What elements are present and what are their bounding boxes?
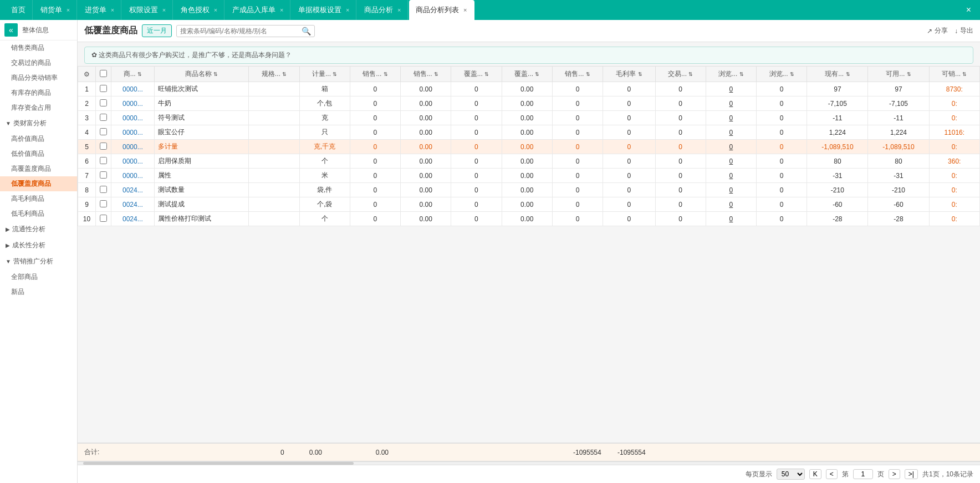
search-input[interactable] (180, 27, 302, 35)
nav-tab-home[interactable]: 首页 (4, 0, 33, 20)
row-select-checkbox[interactable] (100, 143, 107, 150)
sidebar-item-traded-goods[interactable]: 交易过的商品 (0, 55, 77, 70)
row-spec (249, 197, 299, 212)
col-sales-qty[interactable]: 销售... ⇅ (350, 67, 400, 82)
col-unit[interactable]: 计量... ⇅ (299, 67, 350, 82)
row-sales-amt: 0.00 (401, 183, 451, 197)
sidebar-item-category-rate[interactable]: 商品分类动销率 (0, 70, 77, 85)
row-checkbox[interactable] (96, 111, 111, 125)
prev-page-button[interactable]: < (826, 469, 838, 479)
row-checkbox[interactable] (96, 183, 111, 197)
nav-tab-permission[interactable]: 权限设置 × (122, 0, 173, 20)
row-sales3: 0 (552, 212, 603, 226)
row-select-checkbox[interactable] (100, 128, 107, 135)
col-settings[interactable]: ⚙ (78, 67, 96, 82)
sidebar-item-in-stock[interactable]: 有库存的商品 (0, 85, 77, 100)
sidebar-group-growth[interactable]: ▶ 成长性分析 (0, 237, 77, 253)
sidebar-item-all-goods[interactable]: 全部商品 (0, 270, 77, 284)
col-spec[interactable]: 规格... ⇅ (249, 67, 299, 82)
row-checkbox[interactable] (96, 169, 111, 183)
sidebar-item-new-goods[interactable]: 新品 (0, 284, 77, 299)
col-available[interactable]: 可用... ⇅ (868, 67, 929, 82)
row-checkbox[interactable] (96, 212, 111, 226)
col-current[interactable]: 现有... ⇅ (807, 67, 868, 82)
close-icon[interactable]: × (111, 7, 114, 13)
first-page-button[interactable]: K (809, 469, 821, 479)
row-unit: 个 (299, 212, 350, 226)
col-gross[interactable]: 毛利率 ⇅ (603, 67, 655, 82)
sidebar-item-high-value[interactable]: 高价值商品 (0, 131, 77, 146)
col-sellable[interactable]: 可销... ⇅ (929, 67, 979, 82)
sidebar-collapse-button[interactable]: « (4, 23, 18, 37)
last-page-button[interactable]: >| (905, 469, 918, 479)
page-number-input[interactable] (853, 469, 873, 479)
col-sales-amt[interactable]: 销售... ⇅ (401, 67, 451, 82)
row-spec (249, 111, 299, 125)
col-checkbox[interactable] (96, 67, 111, 82)
row-checkbox[interactable] (96, 82, 111, 96)
col-trade[interactable]: 交易... ⇅ (655, 67, 706, 82)
col-view1[interactable]: 浏览... ⇅ (706, 67, 756, 82)
table-container[interactable]: ⚙ 商... ⇅ 商品名称 ⇅ 规格... ⇅ 计量... ⇅ 销售... ⇅ … (78, 66, 980, 443)
next-page-button[interactable]: > (889, 469, 900, 479)
table-row: 10 0024... 属性价格打印测试 个 0 0.00 0 0.00 0 0 … (78, 212, 980, 226)
select-all-checkbox[interactable] (100, 70, 107, 77)
nav-tab-purchase[interactable]: 进货单 × (78, 0, 121, 20)
col-sales3[interactable]: 销售... ⇅ (552, 67, 603, 82)
close-icon[interactable]: × (397, 7, 401, 13)
close-all-button[interactable]: × (962, 5, 976, 15)
col-code[interactable]: 商... ⇅ (111, 67, 155, 82)
export-button[interactable]: ↓ 导出 (955, 26, 973, 35)
row-view1: 0 (706, 154, 756, 169)
sidebar-group-wealth[interactable]: ▼ 类财富分析 (0, 115, 77, 131)
nav-tab-product-inbound[interactable]: 产成品入库单 × (226, 0, 290, 20)
row-select-checkbox[interactable] (100, 186, 107, 193)
filter-recent-month-button[interactable]: 近一月 (142, 24, 172, 37)
row-select-checkbox[interactable] (100, 215, 107, 222)
row-name: 牛奶 (154, 96, 249, 111)
sidebar-item-capital[interactable]: 库存资金占用 (0, 100, 77, 115)
nav-tab-product-analysis[interactable]: 商品分析 × (358, 0, 408, 20)
close-icon[interactable]: × (162, 7, 166, 13)
close-icon[interactable]: × (280, 7, 283, 13)
close-icon[interactable]: × (67, 7, 70, 13)
search-icon[interactable]: 🔍 (302, 27, 311, 35)
row-select-checkbox[interactable] (100, 200, 107, 207)
nav-tab-template[interactable]: 单据模板设置 × (292, 0, 356, 20)
sidebar-item-low-margin[interactable]: 低毛利商品 (0, 206, 77, 221)
page-size-select[interactable]: 50 100 200 (777, 469, 805, 480)
row-select-checkbox[interactable] (100, 157, 107, 164)
sidebar-item-high-margin[interactable]: 高毛利商品 (0, 191, 77, 206)
row-select-checkbox[interactable] (100, 114, 107, 121)
col-cover1[interactable]: 覆盖... ⇅ (451, 67, 502, 82)
row-select-checkbox[interactable] (100, 171, 107, 179)
row-checkbox[interactable] (96, 125, 111, 140)
content-area: 低覆盖度商品 近一月 🔍 ↗ 分享 ↓ 导出 ✿ 这类商品只有很少客户购买过，是… (78, 20, 980, 483)
row-cover1: 0 (451, 140, 502, 154)
chevron-right-icon: ▶ (6, 242, 10, 248)
sidebar-group-liquidity[interactable]: ▶ 流通性分析 (0, 221, 77, 237)
close-icon[interactable]: × (346, 7, 349, 13)
nav-tab-product-analysis-list[interactable]: 商品分析列表 × (409, 0, 474, 20)
row-checkbox[interactable] (96, 140, 111, 154)
row-checkbox[interactable] (96, 96, 111, 111)
row-checkbox[interactable] (96, 154, 111, 169)
sidebar-item-low-coverage[interactable]: 低覆盖度商品 (0, 176, 77, 191)
close-icon[interactable]: × (214, 7, 217, 13)
row-checkbox[interactable] (96, 197, 111, 212)
col-view2[interactable]: 浏览... ⇅ (757, 67, 807, 82)
row-code: 0000... (111, 111, 155, 125)
row-select-checkbox[interactable] (100, 85, 107, 92)
nav-tab-sales[interactable]: 销货单 × (34, 0, 77, 20)
sidebar-group-marketing[interactable]: ▼ 营销推广分析 (0, 253, 77, 270)
row-current: 1,224 (807, 125, 868, 140)
sidebar-item-high-coverage[interactable]: 高覆盖度商品 (0, 161, 77, 176)
nav-tab-role[interactable]: 角色授权 × (174, 0, 224, 20)
close-icon[interactable]: × (463, 7, 467, 13)
row-select-checkbox[interactable] (100, 99, 107, 106)
col-name[interactable]: 商品名称 ⇅ (154, 67, 249, 82)
share-button[interactable]: ↗ 分享 (927, 26, 948, 35)
sidebar-item-low-value[interactable]: 低价值商品 (0, 146, 77, 161)
sidebar-item-sales-goods[interactable]: 销售类商品 (0, 40, 77, 55)
col-cover2[interactable]: 覆盖... ⇅ (502, 67, 552, 82)
